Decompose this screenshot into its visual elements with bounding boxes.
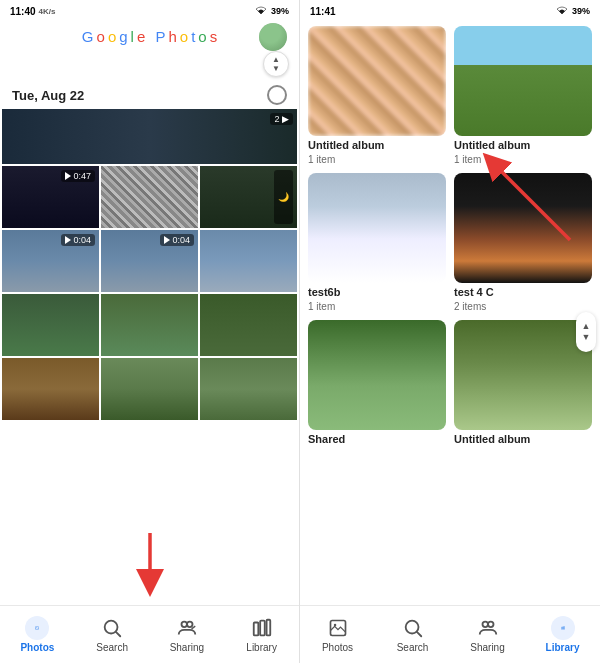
nav-item-search[interactable]: Search — [75, 606, 150, 663]
photos-icon-right — [326, 616, 350, 640]
album-title-5: Shared — [308, 433, 446, 445]
status-time-right: 11:41 — [310, 6, 336, 17]
album-thumb-3 — [308, 173, 446, 283]
left-panel: 11:40 4K/s 39% Google Photos ▲ ▼ — [0, 0, 300, 663]
app-header: Google Photos — [0, 22, 299, 51]
svg-line-15 — [417, 632, 421, 636]
status-bar-right: 11:41 39% — [300, 0, 600, 22]
nav-item-photos-right[interactable]: Photos — [300, 606, 375, 663]
date-label: Tue, Aug 22 — [12, 88, 84, 103]
album-title-6: Untitled album — [454, 433, 592, 445]
library-icon — [250, 616, 274, 640]
nav-label-search: Search — [96, 642, 128, 653]
photo-cell[interactable]: 🌙 — [200, 166, 297, 228]
svg-point-6 — [187, 622, 193, 628]
nav-item-search-right[interactable]: Search — [375, 606, 450, 663]
nav-label-sharing: Sharing — [170, 642, 204, 653]
photo-cell[interactable]: 0:04 — [101, 230, 198, 292]
avatar-image — [259, 23, 287, 51]
nav-label-library-right: Library — [546, 642, 580, 653]
search-icon-right — [401, 616, 425, 640]
nav-label-library: Library — [246, 642, 277, 653]
album-thumb-5 — [308, 320, 446, 430]
wifi-icon — [254, 6, 268, 16]
nav-label-search-right: Search — [397, 642, 429, 653]
photo-cell[interactable] — [200, 230, 297, 292]
album-count-4: 2 items — [454, 301, 592, 312]
night-badge: 🌙 — [274, 170, 293, 224]
svg-rect-10 — [266, 620, 270, 636]
bottom-nav-right: Photos Search Sharing — [300, 605, 600, 663]
album-card-2[interactable]: Untitled album 1 item — [454, 26, 592, 165]
google-photos-logo: Google Photos — [82, 28, 217, 45]
album-thumb-6 — [454, 320, 592, 430]
photo-cell[interactable] — [200, 358, 297, 420]
video-badge: 0:47 — [61, 170, 95, 182]
nav-item-photos[interactable]: Photos — [0, 606, 75, 663]
photo-cell[interactable] — [2, 294, 99, 356]
svg-rect-18 — [561, 627, 562, 629]
album-title-4: test 4 C — [454, 286, 592, 298]
albums-grid: Untitled album 1 item Untitled album 1 i… — [300, 22, 600, 605]
nav-item-sharing[interactable]: Sharing — [150, 606, 225, 663]
svg-rect-19 — [562, 627, 563, 630]
album-title-1: Untitled album — [308, 139, 446, 151]
time-label-right: 11:41 — [310, 6, 336, 17]
grid-row-2: 0:47 🌙 — [2, 166, 297, 228]
album-title-2: Untitled album — [454, 139, 592, 151]
nav-item-library[interactable]: Library — [224, 606, 299, 663]
nav-item-library-right[interactable]: Library — [525, 606, 600, 663]
select-all-button[interactable] — [267, 85, 287, 105]
scroll-down-icon: ▼ — [272, 65, 280, 73]
grid-row-1: 2 ▶ — [2, 109, 297, 164]
battery-label-right: 39% — [572, 6, 590, 16]
scroll-date-button[interactable]: ▲ ▼ — [263, 51, 289, 77]
photo-cell[interactable]: 2 ▶ — [2, 109, 297, 164]
photo-cell[interactable] — [200, 294, 297, 356]
battery-label: 39% — [271, 6, 289, 16]
svg-rect-9 — [260, 621, 265, 636]
svg-point-17 — [488, 622, 494, 628]
photo-cell[interactable] — [101, 166, 198, 228]
photo-cell[interactable]: 0:47 — [2, 166, 99, 228]
album-card-3[interactable]: test6b 1 item — [308, 173, 446, 312]
status-time-left: 11:40 4K/s — [10, 6, 55, 17]
grid-row-5 — [2, 358, 297, 420]
scroll-down-icon-right: ▼ — [582, 332, 591, 342]
svg-rect-8 — [253, 623, 258, 636]
status-right-left: 39% — [254, 6, 289, 16]
right-panel: 11:41 39% Untitled album 1 item Untitled… — [300, 0, 600, 663]
scroll-indicator: ▲ ▼ — [576, 312, 596, 352]
album-count-2: 1 item — [454, 154, 592, 165]
album-thumb-4 — [454, 173, 592, 283]
photo-cell[interactable] — [101, 294, 198, 356]
grid-row-4 — [2, 294, 297, 356]
date-row: Tue, Aug 22 — [0, 81, 299, 109]
photo-cell[interactable] — [101, 358, 198, 420]
avatar-button[interactable] — [259, 23, 287, 51]
scroll-control: ▲ ▼ — [0, 51, 299, 81]
photo-count-badge: 2 ▶ — [270, 113, 293, 125]
album-count-3: 1 item — [308, 301, 446, 312]
album-card-1[interactable]: Untitled album 1 item — [308, 26, 446, 165]
photo-cell[interactable] — [2, 358, 99, 420]
nav-label-sharing-right: Sharing — [470, 642, 504, 653]
photos-icon — [25, 616, 49, 640]
photo-cell[interactable]: 0:04 — [2, 230, 99, 292]
album-thumb-2 — [454, 26, 592, 136]
album-count-1: 1 item — [308, 154, 446, 165]
album-card-5[interactable]: Shared — [308, 320, 446, 448]
album-card-6[interactable]: Untitled album — [454, 320, 592, 448]
svg-line-4 — [116, 632, 120, 636]
signal-label: 4K/s — [39, 7, 56, 16]
album-title-3: test6b — [308, 286, 446, 298]
time-label: 11:40 — [10, 6, 36, 17]
scroll-up-icon: ▲ — [272, 56, 280, 64]
album-card-4[interactable]: test 4 C 2 items — [454, 173, 592, 312]
album-thumb-1 — [308, 26, 446, 136]
sharing-icon-right — [476, 616, 500, 640]
nav-item-sharing-right[interactable]: Sharing — [450, 606, 525, 663]
svg-rect-20 — [563, 627, 564, 630]
scroll-up-icon-right: ▲ — [582, 321, 591, 331]
bottom-nav-left: Photos Search Sharing — [0, 605, 299, 663]
